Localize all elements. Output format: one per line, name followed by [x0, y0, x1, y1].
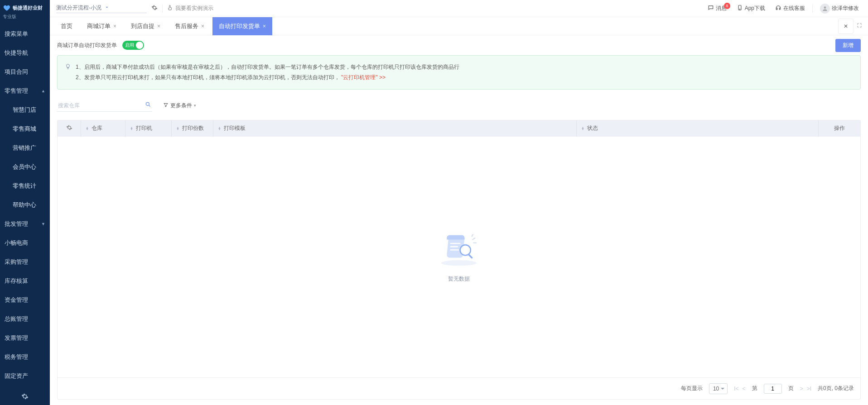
col-status[interactable]: ▲▼状态	[577, 120, 819, 137]
demo-label: 我要看实例演示	[175, 5, 213, 12]
auto-print-label: 商城订单自动打印发货单	[57, 42, 117, 49]
message-badge: 8	[724, 3, 730, 9]
tab-label: 自动打印发货单	[219, 22, 260, 30]
sort-icon: ▲▼	[86, 127, 89, 130]
cloud-printer-link[interactable]: "云打印机管理" >>	[341, 74, 386, 81]
col-warehouse[interactable]: ▲▼仓库	[81, 120, 125, 137]
svg-rect-5	[450, 243, 460, 244]
app-download-button[interactable]: App下载	[734, 5, 768, 12]
col-template[interactable]: ▲▼打印模板	[213, 120, 577, 137]
user-name: 徐泽华修改	[832, 5, 859, 12]
brand-name: 畅捷通好业财	[13, 5, 43, 11]
sidebar-item-16[interactable]: 发票管理	[0, 329, 50, 348]
tab-2[interactable]: 到店自提×	[125, 17, 167, 35]
info-line-1: 1、启用后，商城下单付款成功后（如果有审核是在审核之后），自动打印发货单。如果一…	[76, 62, 459, 72]
more-filters-button[interactable]: 更多条件 ▾	[163, 102, 196, 110]
sidebar-item-11[interactable]: 小畅电商	[0, 233, 50, 253]
table-header: ▲▼仓库 ▲▼打印机 ▲▼打印份数 ▲▼打印模板 ▲▼状态 操作	[58, 120, 860, 137]
page-input[interactable]	[764, 384, 782, 394]
sidebar-item-12[interactable]: 采购管理	[0, 253, 50, 272]
table-body-empty: 暂无数据	[58, 137, 860, 377]
tab-label: 首页	[61, 22, 72, 30]
column-settings-button[interactable]	[58, 120, 81, 137]
close-icon[interactable]: ×	[201, 23, 204, 29]
expand-icon	[857, 23, 862, 29]
sidebar-item-10[interactable]: 批发管理▼	[0, 214, 50, 233]
sidebar-item-17[interactable]: 税务管理	[0, 348, 50, 367]
tab-3[interactable]: 售后服务×	[169, 17, 211, 35]
org-selector[interactable]: 测试分开流程-小况	[56, 4, 147, 13]
sidebar-item-0[interactable]: 搜索菜单	[0, 24, 50, 43]
pager-next-last: > >I	[800, 386, 811, 392]
svg-point-1	[739, 9, 740, 10]
col-copies[interactable]: ▲▼打印份数	[172, 120, 213, 137]
org-name: 测试分开流程-小况	[56, 4, 101, 12]
pagination: 每页显示 10 I< < 第 页 > >I 共0页, 0条记录	[58, 377, 860, 399]
demo-link[interactable]: 我要看实例演示	[167, 5, 213, 12]
first-page-button[interactable]: I<	[734, 386, 738, 392]
sidebar-settings[interactable]	[0, 389, 50, 405]
svg-point-8	[460, 245, 471, 255]
close-icon[interactable]: ×	[263, 23, 266, 29]
sidebar-menu: 搜索菜单快捷导航项目合同零售管理▲智慧门店零售商城营销推广会员中心零售统计帮助中…	[0, 23, 50, 389]
svg-rect-7	[450, 249, 459, 251]
filter-icon	[163, 102, 169, 109]
svg-point-3	[146, 102, 149, 105]
tab-4[interactable]: 自动打印发货单×	[212, 17, 272, 35]
message-icon	[708, 5, 714, 12]
info-banner: 1、启用后，商城下单付款成功后（如果有审核是在审核之后），自动打印发货单。如果一…	[57, 55, 861, 90]
sidebar-item-14[interactable]: 资金管理	[0, 291, 50, 310]
sidebar-item-3[interactable]: 零售管理▲	[0, 81, 50, 100]
empty-illustration-icon	[434, 231, 484, 267]
org-settings-icon[interactable]	[151, 5, 158, 12]
col-printer[interactable]: ▲▼打印机	[125, 120, 172, 137]
close-icon[interactable]: ×	[157, 23, 160, 29]
per-page-label: 每页显示	[681, 385, 703, 392]
warehouse-search-input[interactable]	[57, 100, 152, 111]
tab-label: 到店自提	[131, 22, 154, 30]
search-icon[interactable]	[145, 101, 151, 109]
prev-page-button[interactable]: <	[743, 386, 746, 392]
sidebar-item-5[interactable]: 零售商城	[0, 119, 50, 138]
sidebar-item-6[interactable]: 营销推广	[0, 138, 50, 157]
headset-icon	[775, 5, 781, 12]
tab-label: 售后服务	[175, 22, 198, 30]
fullscreen-button[interactable]	[855, 19, 863, 34]
svg-point-2	[824, 6, 826, 9]
support-button[interactable]: 在线客服	[772, 5, 808, 12]
messages-button[interactable]: 消息 8	[705, 5, 729, 12]
brand-logo: 畅捷通好业财	[0, 0, 50, 14]
close-icon: ✕	[844, 23, 848, 29]
user-menu[interactable]: 徐泽华修改	[817, 4, 862, 14]
tab-1[interactable]: 商城订单×	[81, 17, 123, 35]
toggle-text: 启用	[125, 42, 134, 48]
sidebar-item-2[interactable]: 项目合同	[0, 62, 50, 81]
next-page-button[interactable]: >	[800, 386, 803, 392]
sidebar-item-9[interactable]: 帮助中心	[0, 195, 50, 214]
close-icon[interactable]: ×	[113, 23, 116, 29]
sidebar-item-19[interactable]: 工资	[0, 386, 50, 389]
sidebar-item-15[interactable]: 总账管理	[0, 310, 50, 329]
brand-edition: 专业版	[0, 14, 50, 23]
svg-point-4	[441, 260, 477, 266]
pager-first-prev: I< <	[734, 386, 745, 392]
sidebar-item-18[interactable]: 固定资产	[0, 367, 50, 386]
last-page-button[interactable]: >I	[807, 386, 811, 392]
add-button[interactable]: 新增	[835, 39, 861, 52]
per-page-select[interactable]: 10	[709, 383, 728, 394]
sidebar-item-1[interactable]: 快捷导航	[0, 43, 50, 62]
sidebar-item-8[interactable]: 零售统计	[0, 176, 50, 195]
tab-0[interactable]: 首页	[54, 17, 79, 35]
enable-toggle[interactable]: 启用	[122, 41, 144, 50]
avatar-icon	[820, 4, 830, 14]
sort-icon: ▲▼	[218, 127, 221, 130]
svg-rect-9	[468, 254, 473, 259]
divider	[812, 5, 813, 13]
page-content: 1、启用后，商城下单付款成功后（如果有审核是在审核之后），自动打印发货单。如果一…	[50, 55, 868, 405]
sidebar-item-4[interactable]: 智慧门店	[0, 100, 50, 119]
info-line-2: 2、发货单只可用云打印机来打，如果只有本地打印机，须将本地打印机添加为云打印机，…	[76, 74, 340, 81]
close-all-tabs-button[interactable]: ✕	[838, 19, 854, 34]
sidebar-item-7[interactable]: 会员中心	[0, 157, 50, 176]
lightbulb-icon	[65, 63, 71, 83]
sidebar-item-13[interactable]: 库存核算	[0, 272, 50, 291]
